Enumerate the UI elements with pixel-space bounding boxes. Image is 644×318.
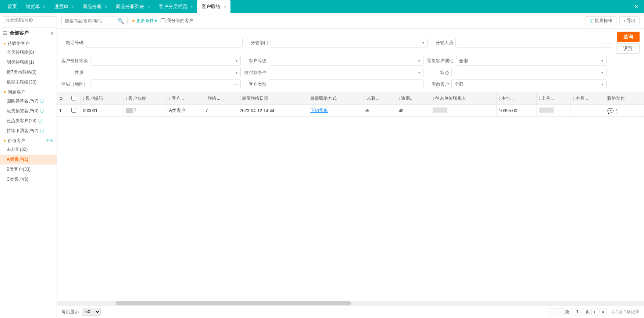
refresh-icon[interactable]: ↺ <box>45 138 49 144</box>
close-customer-contact-icon[interactable]: × <box>223 4 226 9</box>
th-this-month[interactable]: : 本月... <box>571 92 605 105</box>
retail-customer-dropdown[interactable]: 全部 ▾ <box>451 80 607 89</box>
status-dropdown[interactable]: ▾ <box>451 68 607 77</box>
th-customer-name[interactable]: : 客户名称 <box>124 92 167 105</box>
manager-input[interactable]: ··· <box>455 38 612 47</box>
nav-item-analysis[interactable]: 商品分析 × <box>78 0 111 13</box>
prev-page-button[interactable]: ‹ <box>557 308 564 315</box>
scrollbar-thumb[interactable] <box>116 301 351 305</box>
th-last-month[interactable]: : 上月... <box>537 92 571 105</box>
th-company-contact[interactable]: : 往来单位联系人 <box>430 92 497 105</box>
settings-button[interactable]: 设置 <box>616 43 640 54</box>
problem-customers-arrow: ▼ <box>3 90 7 94</box>
sidebar-item-abnormal-purchase[interactable]: 囤购异常客户(2) ⓘ <box>0 96 57 106</box>
next-page-button[interactable]: › <box>591 308 598 315</box>
phone-input[interactable] <box>86 38 243 47</box>
cell-not-contacted: 55 <box>362 105 396 117</box>
more-conditions-button[interactable]: ▼ 更多条件 ▾ <box>131 18 157 24</box>
filter-search-icon[interactable]: 🔍 <box>118 18 124 24</box>
retail-customer-arrow: ▾ <box>601 82 603 86</box>
th-last-contact-date[interactable]: : 最后联络日期 <box>237 92 308 105</box>
query-settings-group: 查询 设置 <box>616 32 640 54</box>
info-icon-2[interactable]: ⓘ <box>40 108 44 114</box>
price-level-dropdown[interactable]: ▾ <box>90 56 241 66</box>
row-checkbox[interactable] <box>71 108 76 113</box>
info-icon-3[interactable]: ⓘ <box>38 118 42 124</box>
export-button[interactable]: ↑ 导出 <box>619 16 640 25</box>
payment-dropdown[interactable]: ▾ <box>269 68 424 77</box>
sidebar-item-churned[interactable]: 已流失客户(24) ⓘ <box>0 116 57 126</box>
sidebar-item-class-b[interactable]: B类客户(33) <box>0 165 57 174</box>
th-not-contacted[interactable]: : 未联... <box>362 92 396 105</box>
nav-item-customer-tier[interactable]: 客户分层经营 × <box>154 0 197 13</box>
sidebar-item-churn-warning[interactable]: 流失预警客户(3) ⓘ <box>0 106 57 116</box>
settings-gear-icon[interactable]: ⚙ <box>59 96 63 101</box>
sidebar-collapse-button[interactable]: « <box>50 30 54 36</box>
batch-operation-button[interactable]: ☑ 批量操作 <box>586 16 616 25</box>
value-customers-actions: ↺ ✎ <box>45 138 54 144</box>
page-size-select[interactable]: 50 100 200 <box>82 308 101 316</box>
close-analysis-icon[interactable]: × <box>105 4 107 9</box>
last-page-button[interactable]: » <box>600 308 607 315</box>
sidebar-item-class-c[interactable]: C类客户(6) <box>0 174 57 184</box>
th-customer-code[interactable]: : 客户编码 <box>80 92 124 105</box>
group-problem-customers[interactable]: ▼ 问题客户 <box>0 87 57 96</box>
group-value-customers[interactable]: ▼ 价值客户 ↺ ✎ <box>0 136 57 145</box>
cell-actions: 💬 ⁝⁝ <box>605 105 644 117</box>
th-this-year[interactable]: : 本年... <box>497 92 537 105</box>
sidebar-item-class-a[interactable]: A类客户(1) <box>0 155 57 165</box>
th-customer-type[interactable]: : 客户... <box>167 92 203 105</box>
adv-filter-row-1: 电话号码 分管部门 ▾ 分管人员 ··· <box>61 32 640 54</box>
more-action-icon[interactable]: ⁝⁝ <box>616 108 619 114</box>
horizontal-scrollbar[interactable] <box>57 301 644 305</box>
customer-level-dropdown[interactable]: ▾ <box>269 56 424 66</box>
info-icon-1[interactable]: ⓘ <box>40 98 44 104</box>
all-customers-header[interactable]: ☷ 全部客户 « <box>0 28 57 39</box>
customer-type-field: 客户类型 <box>244 80 424 89</box>
select-all-checkbox[interactable] <box>71 96 76 100</box>
info-icon-4[interactable]: ⓘ <box>40 128 44 134</box>
close-customer-tier-icon[interactable]: × <box>190 4 193 9</box>
sidebar-item-overdue-contact[interactable]: 逾期未联络(30) <box>0 77 57 87</box>
close-sales-icon[interactable]: × <box>43 4 45 9</box>
close-purchase-icon[interactable]: × <box>71 4 74 9</box>
sidebar-item-today-pending[interactable]: 今天待联络(0) <box>0 47 57 57</box>
edit-icon[interactable]: ✎ <box>50 138 54 144</box>
sidebar-search-input[interactable] <box>3 16 57 24</box>
th-overdue[interactable]: : 逾期... <box>396 92 430 105</box>
cell-company-contact <box>430 105 497 117</box>
cell-type: A类客户 <box>167 105 203 117</box>
close-analysis-list-icon[interactable]: × <box>147 4 150 9</box>
cell-last-method[interactable]: 下销货单 <box>308 105 362 117</box>
customer-type-input[interactable] <box>269 80 424 89</box>
nav-item-purchase[interactable]: 进货单 × <box>50 0 78 13</box>
sidebar-item-declining[interactable]: 持续下滑客户(2) ⓘ <box>0 126 57 136</box>
sidebar-item-unclassified[interactable]: 未分组(32) <box>0 145 57 155</box>
my-customers-checkbox[interactable] <box>161 18 165 23</box>
nav-item-home[interactable]: 首页 <box>3 0 21 13</box>
status-field: 状态 ▾ <box>427 68 607 77</box>
sidebar-item-7day-pending[interactable]: 近7天待联络(0) <box>0 67 57 77</box>
filter-search-input[interactable] <box>65 18 116 24</box>
contact-action-icon[interactable]: 💬 <box>607 108 613 114</box>
sidebar-item-tomorrow-pending[interactable]: 明天待联络(1) <box>0 57 57 67</box>
filter-bar: 🔍 ▼ 更多条件 ▾ 我分管的客户 ☑ 批量操作 ↑ 导出 <box>57 13 644 29</box>
company-contact-block <box>433 107 447 113</box>
nav-item-customer-contact[interactable]: 客户联络 × <box>197 0 230 13</box>
first-page-button[interactable]: « <box>548 308 555 315</box>
retail-attr-dropdown[interactable]: 全部 ▾ <box>456 56 607 66</box>
nav-item-sales[interactable]: 销货单 × <box>21 0 50 13</box>
nav-item-analysis-list[interactable]: 商品分析列表 × <box>111 0 154 13</box>
th-contact-count[interactable]: : 联络... <box>203 92 237 105</box>
region-input[interactable]: ··· <box>90 80 241 89</box>
customer-table: ⚙ : 客户编码 : 客户名称 : 客户... <box>57 92 644 117</box>
group-pending-contact[interactable]: ▼ 待联络客户 <box>0 39 57 47</box>
query-button[interactable]: 查询 <box>617 32 640 42</box>
nature-dropdown[interactable]: ▾ <box>86 68 241 77</box>
page-number-input[interactable] <box>571 308 584 315</box>
dept-dropdown[interactable]: ▾ <box>271 38 427 47</box>
cell-index: 1 <box>57 105 69 117</box>
close-all-tabs-button[interactable]: × <box>632 3 641 10</box>
th-settings[interactable]: ⚙ <box>57 92 69 105</box>
th-last-contact-method[interactable]: 最后联络方式 <box>308 92 362 105</box>
